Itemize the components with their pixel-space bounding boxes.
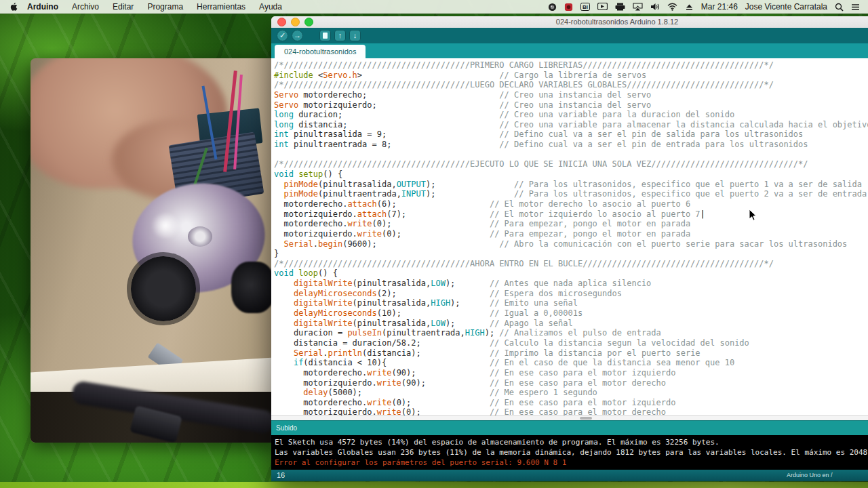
bi-app-icon[interactable]: BI <box>580 3 590 11</box>
code-line: digitalWrite(pinultrasalida,LOW); // Apa… <box>274 319 868 329</box>
spotlight-search-icon[interactable] <box>835 3 844 12</box>
code-line: delayMicroseconds(10); // Igual a 0,0000… <box>274 308 868 319</box>
menu-item-programa[interactable]: Programa <box>140 2 190 12</box>
upload-status-label: Subido <box>271 421 868 432</box>
window-controls <box>271 18 313 26</box>
console-output: El Sketch usa 4572 bytes (14%) del espac… <box>271 435 868 470</box>
record-app-icon[interactable] <box>564 3 573 12</box>
document-icon <box>323 33 328 39</box>
board-port-indicator: Arduino Uno en / <box>787 472 833 479</box>
code-line: Serial.begin(9600); // Abro la comunicac… <box>274 239 868 249</box>
code-line: Servo motorizquierdo; // Creo una instan… <box>274 100 868 110</box>
code-line: pinMode(pinultraentrada,INPUT); // Para … <box>274 189 868 199</box>
code-line: /*//////////////////////////////////////… <box>274 60 868 70</box>
volume-icon[interactable] <box>650 3 660 11</box>
console-error-line: Error al configurar los parámetros del p… <box>275 458 868 468</box>
printer-icon[interactable] <box>615 3 625 11</box>
code-line: void loop() { <box>274 268 868 279</box>
ide-status-bar: 16 Arduino Uno en / <box>271 470 868 481</box>
code-editor[interactable]: /*//////////////////////////////////////… <box>271 58 868 415</box>
code-line: void setup() { <box>274 169 868 180</box>
arduino-ide-window: 024-robotultrasonidos Arduino 1.8.12 ✓ →… <box>271 16 868 481</box>
code-line: distancia = duracion/58.2; // Calculo la… <box>274 338 868 348</box>
airplay-icon[interactable] <box>633 3 643 11</box>
menu-item-herramientas[interactable]: Herramientas <box>190 2 252 12</box>
upload-button[interactable]: → <box>292 30 303 41</box>
scrollbar-thumb[interactable] <box>580 417 592 420</box>
text-caret: | <box>701 209 705 219</box>
code-line: duracion = pulseIn(pinultraentrada,HIGH)… <box>274 328 868 338</box>
verify-button[interactable]: ✓ <box>277 30 288 41</box>
code-line: motorderecho.write(90); // En ese caso p… <box>274 368 868 378</box>
horizontal-scrollbar[interactable] <box>271 415 868 420</box>
current-line-indicator: 16 <box>277 471 285 479</box>
robot-wheel-photo <box>231 262 275 313</box>
apple-menu-icon[interactable] <box>9 2 18 12</box>
eject-icon[interactable] <box>685 3 694 11</box>
cd-hub-photo <box>188 226 212 247</box>
code-line: int pinultrasalida = 9; // Defino cual v… <box>274 129 868 140</box>
menu-bar-status-area: BI Mar 21:46 Jose Vicente Carratala <box>548 2 868 12</box>
tab-sketch[interactable]: 024-robotultrasonidos <box>275 45 366 58</box>
status-message-strip: Subido <box>271 420 868 435</box>
code-line: digitalWrite(pinultrasalida,HIGH); // Em… <box>274 298 868 308</box>
save-sketch-button[interactable]: ↓ <box>349 30 361 41</box>
display-icon[interactable] <box>597 3 608 11</box>
code-line: long duracion; // Creo una variable para… <box>274 110 868 120</box>
code-line: int pinultraentrada = 8; // Defino cual … <box>274 140 868 150</box>
code-line: } <box>274 249 868 259</box>
code-line: Servo motorderecho; // Creo una instanci… <box>274 90 868 100</box>
code-line: digitalWrite(pinultrasalida,LOW); // Ant… <box>274 279 868 289</box>
menu-item-editar[interactable]: Editar <box>106 2 140 12</box>
code-line: motorizquierdo.write(90); // En ese caso… <box>274 378 868 388</box>
minimize-window-button[interactable] <box>291 18 300 26</box>
menu-bar-user[interactable]: Jose Vicente Carratala <box>745 2 827 12</box>
code-line: motorderecho.write(0); // En ese caso pa… <box>274 398 868 408</box>
code-line: Serial.println(distancia); // Imprimo la… <box>274 348 868 359</box>
menu-item-archivo[interactable]: Archivo <box>65 2 106 12</box>
code-line: motorderecho.write(0); // Para empezar, … <box>274 219 868 229</box>
ide-toolbar: ✓ → ↑ ↓ <box>271 28 868 43</box>
wallpaper-grass-strip <box>0 482 868 488</box>
code-line: #include <Servo.h> // Cargo la librería … <box>274 70 868 81</box>
menu-item-arduino[interactable]: Arduino <box>20 2 65 12</box>
code-line: motorderecho.attach(6); // El motor dere… <box>274 199 868 209</box>
menu-bar-clock[interactable]: Mar 21:46 <box>701 2 738 12</box>
console-info-line: El Sketch usa 4572 bytes (14%) del espac… <box>275 437 868 447</box>
close-window-button[interactable] <box>277 18 286 26</box>
code-line: /*//////////////////////////////////////… <box>274 259 868 269</box>
code-line: /*//////////////////////////////////////… <box>274 159 868 169</box>
menu-item-ayuda[interactable]: Ayuda <box>252 2 289 12</box>
menu-bar-left: ArduinoArchivoEditarProgramaHerramientas… <box>0 0 289 14</box>
svg-text:BI: BI <box>583 4 588 10</box>
wifi-icon[interactable] <box>667 3 677 11</box>
zoom-window-button[interactable] <box>304 18 313 26</box>
code-line: delayMicroseconds(2); // Espera dos micr… <box>274 289 868 299</box>
code-line: motorizquierdo.write(0); // En ese caso … <box>274 407 868 415</box>
menu-bar: ArduinoArchivoEditarProgramaHerramientas… <box>0 0 868 14</box>
code-line: delay(5000); // Me espero 1 segundo <box>274 388 868 398</box>
camera-icon[interactable] <box>548 3 557 12</box>
tab-strip: 024-robotultrasonidos <box>271 43 868 58</box>
code-line: /*//////////////////////////////////////… <box>274 80 868 90</box>
code-line: motorizquierdo.write(0); // Para empezar… <box>274 229 868 239</box>
open-sketch-button[interactable]: ↑ <box>334 30 346 41</box>
new-sketch-button[interactable] <box>319 30 331 41</box>
code-line: long distancia; // Creo una variable par… <box>274 120 868 130</box>
gear-wheel-photo <box>131 256 196 321</box>
console-info-line: Las variables Globales usan 236 bytes (1… <box>275 447 868 458</box>
code-line: if(distancia < 10){ // En el caso de que… <box>274 358 868 368</box>
desktop-screen: ArduinoArchivoEditarProgramaHerramientas… <box>0 0 868 488</box>
led-glow-photo <box>150 213 181 239</box>
code-line <box>274 150 868 160</box>
app-menu-items: ArduinoArchivoEditarProgramaHerramientas… <box>20 0 289 14</box>
window-title-bar[interactable]: 024-robotultrasonidos Arduino 1.8.12 <box>271 16 868 28</box>
notification-center-icon[interactable] <box>851 3 860 11</box>
code-line: pinMode(pinultrasalida,OUTPUT); // Para … <box>274 180 868 190</box>
webcam-overlay <box>31 58 276 443</box>
code-line: motorizquierdo.attach(7); // El motor iz… <box>274 209 868 220</box>
window-title: 024-robotultrasonidos Arduino 1.8.12 <box>556 16 678 28</box>
mouse-cursor <box>749 209 757 224</box>
